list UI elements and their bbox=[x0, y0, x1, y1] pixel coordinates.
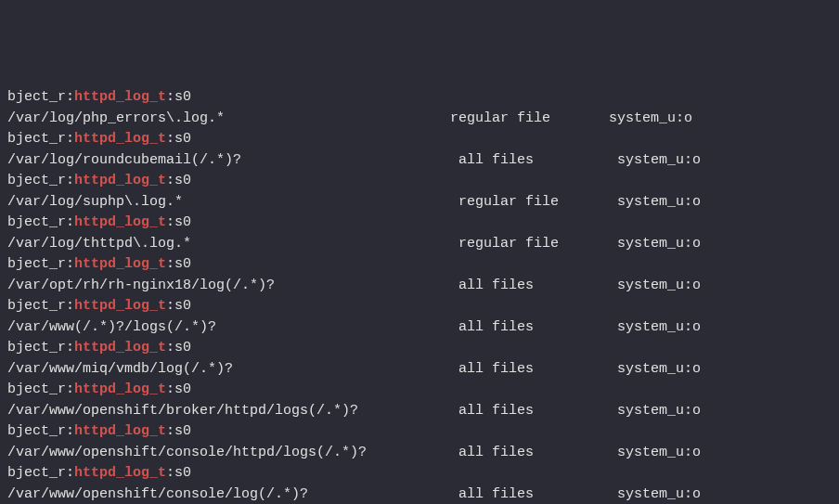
terminal-line: bject_r:httpd_log_t:s0 bbox=[7, 213, 832, 234]
terminal-text: /var/www/openshift/console/log(/.*)? all… bbox=[7, 486, 701, 502]
selinux-type-highlight: httpd_log_t bbox=[74, 131, 166, 147]
terminal-text: :s0 bbox=[166, 131, 191, 147]
selinux-type-highlight: httpd_log_t bbox=[74, 214, 166, 230]
terminal-line: bject_r:httpd_log_t:s0 bbox=[7, 129, 832, 150]
selinux-type-highlight: httpd_log_t bbox=[74, 340, 166, 355]
terminal-text: /var/log/roundcubemail(/.*)? all files s… bbox=[7, 152, 701, 168]
terminal-line: /var/log/roundcubemail(/.*)? all files s… bbox=[7, 150, 832, 172]
terminal-text: /var/www(/.*)?/logs(/.*)? all files syst… bbox=[7, 319, 701, 335]
terminal-text: bject_r: bbox=[7, 340, 74, 355]
terminal-text: /var/opt/rh/rh-nginx18/log(/.*)? all fil… bbox=[7, 278, 701, 293]
terminal-text: :s0 bbox=[166, 381, 191, 397]
terminal-text: /var/www/miq/vmdb/log(/.*)? all files sy… bbox=[7, 361, 701, 377]
terminal-text: :s0 bbox=[166, 256, 191, 272]
selinux-type-highlight: httpd_log_t bbox=[74, 381, 166, 397]
terminal-text: bject_r: bbox=[7, 298, 74, 314]
terminal-text: /var/log/php_errors\.log.* regular file … bbox=[7, 110, 692, 126]
terminal-text: bject_r: bbox=[7, 89, 74, 105]
terminal-text: bject_r: bbox=[7, 423, 74, 439]
terminal-line: bject_r:httpd_log_t:s0 bbox=[7, 463, 832, 485]
terminal-line: /var/log/thttpd\.log.* regular file syst… bbox=[7, 234, 832, 255]
terminal-line: /var/www(/.*)?/logs(/.*)? all files syst… bbox=[7, 317, 832, 339]
selinux-type-highlight: httpd_log_t bbox=[74, 465, 166, 481]
terminal-line: /var/log/suphp\.log.* regular file syste… bbox=[7, 192, 832, 213]
terminal-line: /var/log/php_errors\.log.* regular file … bbox=[7, 109, 832, 130]
terminal-line: /var/opt/rh/rh-nginx18/log(/.*)? all fil… bbox=[7, 276, 832, 297]
terminal-text: :s0 bbox=[166, 340, 191, 355]
terminal-text: /var/log/thttpd\.log.* regular file syst… bbox=[7, 236, 701, 252]
terminal-text: :s0 bbox=[166, 214, 191, 230]
terminal-text: bject_r: bbox=[7, 173, 74, 188]
terminal-text: /var/www/openshift/console/httpd/logs(/.… bbox=[7, 445, 701, 460]
terminal-text: :s0 bbox=[166, 298, 191, 314]
terminal-line: /var/www/openshift/console/log(/.*)? all… bbox=[7, 485, 832, 505]
terminal-text: :s0 bbox=[166, 89, 191, 105]
terminal-line: bject_r:httpd_log_t:s0 bbox=[7, 380, 832, 401]
terminal-output[interactable]: bject_r:httpd_log_t:s0/var/log/php_error… bbox=[7, 87, 832, 504]
terminal-line: bject_r:httpd_log_t:s0 bbox=[7, 338, 832, 359]
terminal-text: bject_r: bbox=[7, 256, 74, 272]
terminal-line: /var/www/openshift/broker/httpd/logs(/.*… bbox=[7, 401, 832, 422]
terminal-line: bject_r:httpd_log_t:s0 bbox=[7, 296, 832, 317]
terminal-text: /var/log/suphp\.log.* regular file syste… bbox=[7, 194, 701, 210]
terminal-text: :s0 bbox=[166, 465, 191, 481]
terminal-line: /var/www/miq/vmdb/log(/.*)? all files sy… bbox=[7, 359, 832, 381]
selinux-type-highlight: httpd_log_t bbox=[74, 89, 166, 105]
terminal-line: /var/www/openshift/console/httpd/logs(/.… bbox=[7, 443, 832, 464]
terminal-text: bject_r: bbox=[7, 465, 74, 481]
terminal-line: bject_r:httpd_log_t:s0 bbox=[7, 421, 832, 443]
terminal-text: :s0 bbox=[166, 173, 191, 188]
selinux-type-highlight: httpd_log_t bbox=[74, 256, 166, 272]
terminal-line: bject_r:httpd_log_t:s0 bbox=[7, 87, 832, 109]
terminal-text: bject_r: bbox=[7, 131, 74, 147]
selinux-type-highlight: httpd_log_t bbox=[74, 423, 166, 439]
terminal-line: bject_r:httpd_log_t:s0 bbox=[7, 171, 832, 192]
terminal-text: bject_r: bbox=[7, 381, 74, 397]
selinux-type-highlight: httpd_log_t bbox=[74, 298, 166, 314]
terminal-line: bject_r:httpd_log_t:s0 bbox=[7, 254, 832, 276]
terminal-text: bject_r: bbox=[7, 214, 74, 230]
terminal-text: :s0 bbox=[166, 423, 191, 439]
terminal-text: /var/www/openshift/broker/httpd/logs(/.*… bbox=[7, 403, 701, 419]
selinux-type-highlight: httpd_log_t bbox=[74, 173, 166, 188]
